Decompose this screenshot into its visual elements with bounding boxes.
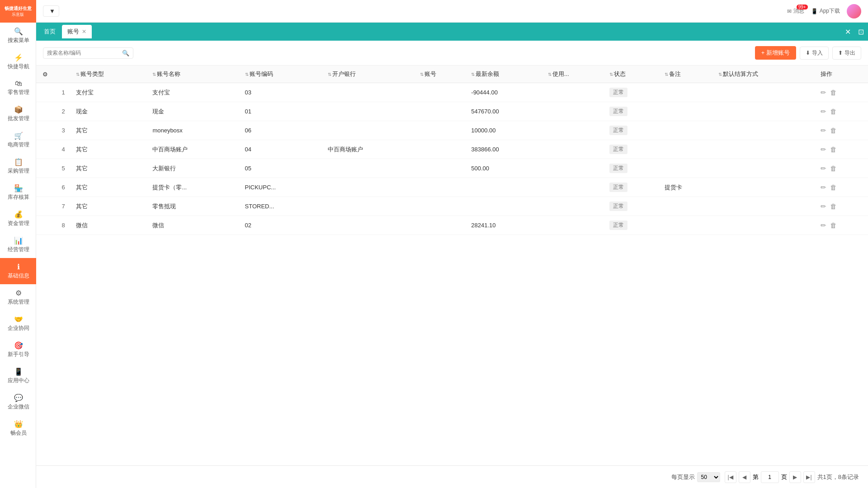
sidebar-item-wholesale[interactable]: 📦 批发管理 [0, 101, 36, 127]
status-badge: 正常 [609, 126, 627, 135]
corp-wechat-icon: 💬 [4, 394, 34, 402]
delete-icon[interactable]: 🗑 [830, 164, 837, 172]
col-bank[interactable]: ⇅开户银行 [324, 66, 416, 83]
row-usage [544, 102, 606, 121]
row-code: 05 [241, 159, 325, 178]
message-icon: ✉ [787, 8, 792, 14]
avatar[interactable] [847, 4, 861, 19]
next-page-button[interactable]: ▶ [789, 471, 801, 483]
sidebar-item-purchase[interactable]: 📋 采购管理 [0, 153, 36, 179]
status-badge: 正常 [609, 183, 627, 192]
search-icon[interactable]: 🔍 [122, 50, 129, 56]
row-status: 正常 [606, 159, 661, 178]
app-logo: 畅捷通好生意 乐意版 [0, 0, 36, 23]
sidebar-item-member[interactable]: 👑 畅会员 [0, 415, 36, 441]
import-label: 导入 [812, 49, 823, 57]
col-type[interactable]: ⇅账号类型 [72, 66, 149, 83]
quick-nav-icon: ⚡ [4, 53, 34, 62]
col-remark-label: 备注 [669, 70, 681, 77]
sidebar-item-label: 采购管理 [8, 168, 29, 174]
tab-maximize-button[interactable]: ⊡ [856, 27, 866, 37]
sidebar-item-operation[interactable]: 📊 经营管理 [0, 232, 36, 258]
edit-icon[interactable]: ✏ [821, 202, 826, 211]
edit-icon[interactable]: ✏ [821, 183, 826, 192]
search-box[interactable]: 🔍 [43, 47, 133, 59]
edit-icon[interactable]: ✏ [821, 221, 826, 230]
last-page-button[interactable]: ▶| [803, 471, 815, 483]
col-account[interactable]: ⇅账号 [416, 66, 467, 83]
row-index: 4 [54, 140, 72, 159]
purchase-icon: 📋 [4, 158, 34, 166]
row-type: 微信 [72, 216, 149, 235]
app-download-button[interactable]: 📱 App下载 [811, 7, 840, 15]
wholesale-icon: 📦 [4, 105, 34, 114]
row-status: 正常 [606, 102, 661, 121]
delete-icon[interactable]: 🗑 [830, 127, 837, 134]
tab-minimize-button[interactable]: ✕ [843, 27, 853, 37]
delete-icon[interactable]: 🗑 [830, 221, 837, 229]
sidebar-item-basic[interactable]: ℹ 基础信息 [0, 258, 36, 284]
sidebar-item-enterprise[interactable]: 🤝 企业协同 [0, 310, 36, 337]
page-label: 第 [753, 473, 759, 481]
col-name[interactable]: ⇅账号名称 [149, 66, 241, 83]
tab-account-label: 账号 [67, 28, 79, 36]
row-settlement [715, 83, 817, 102]
sidebar-item-inventory[interactable]: 🏪 库存核算 [0, 179, 36, 206]
page-size-select[interactable]: 50 100 [697, 472, 720, 482]
sidebar-item-finance[interactable]: 💰 资金管理 [0, 206, 36, 232]
edit-icon[interactable]: ✏ [821, 145, 826, 154]
delete-icon[interactable]: 🗑 [830, 202, 837, 210]
edit-icon[interactable]: ✏ [821, 108, 826, 116]
col-status[interactable]: ⇅状态 [606, 66, 661, 83]
col-code[interactable]: ⇅账号编码 [241, 66, 325, 83]
delete-icon[interactable]: 🗑 [830, 145, 837, 153]
status-badge: 正常 [609, 164, 627, 173]
page-number-input[interactable] [761, 471, 779, 483]
delete-icon[interactable]: 🗑 [830, 108, 837, 115]
add-account-button[interactable]: + 新增账号 [755, 46, 796, 60]
row-name: 零售抵现 [149, 197, 241, 216]
col-settings[interactable]: ⚙ [36, 66, 54, 83]
sidebar-item-quick-nav[interactable]: ⚡ 快捷导航 [0, 49, 36, 75]
store-selector[interactable]: ▼ [43, 5, 59, 17]
delete-icon[interactable]: 🗑 [830, 89, 837, 96]
message-button[interactable]: ✉ 消息 99+ [787, 7, 804, 15]
action-icons: ✏ 🗑 [821, 145, 864, 154]
col-action-label: 操作 [821, 70, 832, 77]
sidebar-item-system[interactable]: ⚙ 系统管理 [0, 284, 36, 310]
row-action: ✏ 🗑 [817, 102, 868, 121]
edit-icon[interactable]: ✏ [821, 164, 826, 173]
main-content: ▼ ✉ 消息 99+ 📱 App下载 首页 账号 ✕ [36, 0, 868, 488]
tab-home[interactable]: 首页 [38, 25, 61, 38]
tab-account[interactable]: 账号 ✕ [62, 25, 92, 38]
export-button[interactable]: ⬆ 导出 [832, 47, 861, 60]
delete-icon[interactable]: 🗑 [830, 183, 837, 191]
sidebar-item-app-center[interactable]: 📱 应用中心 [0, 363, 36, 389]
sidebar-item-guide[interactable]: 🎯 新手引导 [0, 337, 36, 363]
system-icon: ⚙ [4, 289, 34, 297]
row-name: 微信 [149, 216, 241, 235]
sidebar-item-retail[interactable]: 🛍 零售管理 [0, 75, 36, 101]
col-usage[interactable]: ⇅使用... [544, 66, 606, 83]
col-settlement[interactable]: ⇅默认结算方式 [715, 66, 817, 83]
search-input[interactable] [47, 50, 122, 56]
sidebar-item-search[interactable]: 🔍 搜索菜单 [0, 23, 36, 49]
row-type: 支付宝 [72, 83, 149, 102]
row-settings [36, 216, 54, 235]
prev-page-button[interactable]: ◀ [739, 471, 750, 483]
row-account [416, 159, 467, 178]
col-balance-label: 最新余额 [476, 70, 499, 77]
import-button[interactable]: ⬇ 导入 [800, 47, 829, 60]
row-account [416, 197, 467, 216]
sidebar-item-ecommerce[interactable]: 🛒 电商管理 [0, 127, 36, 153]
row-balance: 547670.00 [467, 102, 544, 121]
edit-icon[interactable]: ✏ [821, 89, 826, 97]
tab-close-icon[interactable]: ✕ [82, 29, 86, 34]
first-page-button[interactable]: |◀ [725, 471, 736, 483]
edit-icon[interactable]: ✏ [821, 127, 826, 135]
sidebar-item-corp-wechat[interactable]: 💬 企业微信 [0, 389, 36, 415]
row-status: 正常 [606, 83, 661, 102]
col-remark[interactable]: ⇅备注 [661, 66, 715, 83]
row-type: 其它 [72, 178, 149, 197]
col-balance[interactable]: ⇅最新余额 [467, 66, 544, 83]
